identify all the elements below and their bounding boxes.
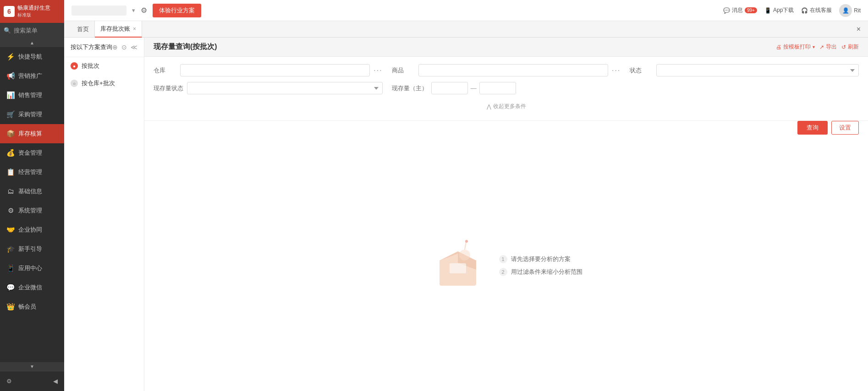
form-row-1: 仓库 ··· 商品 ··· 状态 — [154, 64, 859, 76]
topbar-right: 💬 消息 99+ 📱 App下载 🎧 在线客服 👤 Rit — [723, 4, 861, 17]
messages-btn[interactable]: 💬 消息 99+ — [723, 6, 757, 14]
qty-max-input[interactable] — [479, 82, 516, 94]
filter-panel-header: 按以下方案查询 ⊕ ⊙ ≪ — [64, 38, 144, 57]
avatar: 👤 — [839, 4, 852, 17]
sidebar-item-apps[interactable]: 📱 应用中心 — [0, 259, 64, 278]
sidebar-item-finance[interactable]: 💰 资金管理 — [0, 143, 64, 163]
query-btn[interactable]: 查询 — [797, 121, 828, 135]
sidebar-item-icon-quick-nav: ⚡ — [6, 53, 15, 61]
svg-line-6 — [465, 242, 466, 250]
page-title-actions: 🖨 按模板打印 ▾ ↗ 导出 ↺ 刷新 — [776, 43, 859, 51]
product-more-icon[interactable]: ··· — [612, 66, 621, 75]
add-filter-icon[interactable]: ⊕ — [112, 43, 118, 51]
sidebar-item-icon-member: 👑 — [6, 303, 15, 311]
page-title: 现存量查询(按批次) — [154, 42, 217, 52]
sidebar-item-newbie[interactable]: 🎓 新手引导 — [0, 239, 64, 259]
topbar-gear-icon[interactable]: ⚙ — [141, 6, 147, 15]
filter-item-by-warehouse-batch[interactable]: ○ 按仓库+批次 — [64, 75, 144, 92]
filter-collapse-icon[interactable]: ≪ — [131, 43, 137, 51]
filter-panel-actions: ⊕ ⊙ ≪ — [112, 43, 137, 51]
empty-state: 1 请先选择要分析的方案 2 用过滤条件来缩小分析范围 — [144, 140, 868, 391]
content-area: 现存量查询(按批次) 🖨 按模板打印 ▾ ↗ 导出 ↺ 刷新 — [144, 38, 868, 391]
settings-btn[interactable]: 设置 — [831, 121, 859, 135]
sidebar-item-member[interactable]: 👑 畅会员 — [0, 297, 64, 316]
sidebar-item-label-enterprise: 企业协同 — [18, 226, 42, 234]
export-btn[interactable]: ↗ 导出 — [819, 43, 837, 51]
tab-home-label: 首页 — [77, 25, 89, 33]
warehouse-more-icon[interactable]: ··· — [374, 66, 382, 75]
settings-icon[interactable]: ⚙ — [5, 376, 14, 386]
tab-close-icon[interactable]: × — [133, 26, 136, 32]
sidebar-item-basic[interactable]: 🗂 基础信息 — [0, 182, 64, 201]
sidebar-item-label-business: 经营管理 — [18, 168, 42, 176]
sidebar-item-label-finance: 资金管理 — [18, 149, 42, 157]
sidebar-item-label-marketing: 营销推广 — [18, 72, 42, 80]
sidebar-scroll-up[interactable]: ▲ — [0, 38, 64, 47]
sidebar-item-enterprise[interactable]: 🤝 企业协同 — [0, 220, 64, 239]
search-form: 仓库 ··· 商品 ··· 状态 — [144, 57, 868, 121]
try-industry-btn[interactable]: 体验行业方案 — [153, 4, 201, 17]
sidebar-item-icon-system: ⚙ — [6, 206, 15, 215]
messages-label: 消息 — [732, 6, 743, 14]
sidebar-item-wechat[interactable]: 💬 企业微信 — [0, 278, 64, 297]
sidebar-item-business[interactable]: 📋 经营管理 — [0, 163, 64, 182]
print-btn[interactable]: 🖨 按模板打印 ▾ — [776, 43, 815, 51]
topbar-search-input[interactable] — [71, 5, 126, 16]
print-chevron-icon: ▾ — [813, 44, 815, 49]
sidebar-header: 6 畅康通好生意 标准版 — [0, 0, 64, 23]
sidebar-item-label-newbie: 新手引导 — [18, 245, 42, 253]
sidebar-search-label: 搜索菜单 — [14, 27, 38, 35]
topbar-chevron-icon[interactable]: ▾ — [132, 7, 135, 14]
print-icon: 🖨 — [776, 44, 781, 50]
sidebar-search[interactable]: 🔍 搜索菜单 — [0, 23, 64, 38]
sidebar: 6 畅康通好生意 标准版 🔍 搜索菜单 ▲ ⚡ 快捷导航 📢 营销推广 📊 销售… — [0, 0, 64, 391]
sidebar-item-icon-marketing: 📢 — [6, 72, 15, 80]
product-input[interactable] — [418, 64, 608, 76]
sidebar-item-label-member: 畅会员 — [18, 303, 36, 311]
empty-illustration — [430, 238, 485, 294]
collapse-sidebar-icon[interactable]: ◀ — [51, 376, 60, 386]
online-service-label: 在线客服 — [810, 6, 832, 14]
filter-by-warehouse-batch-label: 按仓库+批次 — [82, 79, 115, 87]
sidebar-item-sales[interactable]: 📊 销售管理 — [0, 86, 64, 105]
tab-home[interactable]: 首页 — [71, 21, 95, 38]
app-download-btn[interactable]: 📱 App下载 — [764, 6, 794, 14]
message-icon: 💬 — [723, 7, 730, 14]
sidebar-item-marketing[interactable]: 📢 营销推广 — [0, 66, 64, 86]
empty-tips: 1 请先选择要分析的方案 2 用过滤条件来缩小分析范围 — [499, 255, 582, 276]
product-label: 商品 — [392, 66, 415, 75]
sidebar-item-icon-sales: 📊 — [6, 91, 15, 99]
sidebar-item-label-system: 系统管理 — [18, 206, 42, 215]
empty-tip-2: 2 用过滤条件来缩小分析范围 — [499, 268, 582, 276]
main-content: ▾ ⚙ 体验行业方案 💬 消息 99+ 📱 App下载 🎧 在线客服 👤 Rit — [64, 0, 868, 391]
sidebar-item-purchase[interactable]: 🛒 采购管理 — [0, 105, 64, 124]
sidebar-item-inventory[interactable]: 📦 库存核算 — [0, 124, 64, 143]
tab-batch-account[interactable]: 库存批次账 × — [95, 21, 142, 38]
print-label: 按模板打印 — [783, 43, 811, 51]
sidebar-scroll-down[interactable]: ▼ — [0, 362, 64, 371]
warehouse-input[interactable] — [180, 64, 370, 76]
sidebar-item-icon-business: 📋 — [6, 168, 15, 176]
qty-min-input[interactable] — [431, 82, 468, 94]
svg-point-7 — [465, 240, 468, 243]
qty-range-input: — — [431, 82, 516, 94]
tabs-close-all-icon[interactable]: × — [857, 25, 861, 33]
sidebar-item-label-sales: 销售管理 — [18, 91, 42, 99]
sidebar-item-icon-newbie: 🎓 — [6, 245, 15, 253]
sidebar-item-icon-finance: 💰 — [6, 149, 15, 157]
sidebar-item-system[interactable]: ⚙ 系统管理 — [0, 201, 64, 220]
filter-settings-icon[interactable]: ⊙ — [121, 43, 127, 51]
sidebar-item-label-basic: 基础信息 — [18, 187, 42, 196]
svg-point-5 — [459, 250, 470, 261]
filter-item-by-batch[interactable]: ● 按批次 — [64, 57, 144, 75]
collapse-conditions-btn[interactable]: ⋀ 收起更多条件 — [154, 100, 859, 113]
online-service-btn[interactable]: 🎧 在线客服 — [801, 6, 832, 14]
tabs-bar: 首页 库存批次账 × × — [64, 21, 868, 38]
sidebar-item-icon-wechat: 💬 — [6, 283, 15, 292]
user-menu[interactable]: 👤 Rit — [839, 4, 861, 17]
sidebar-item-quick-nav[interactable]: ⚡ 快捷导航 — [0, 47, 64, 66]
refresh-btn[interactable]: ↺ 刷新 — [841, 43, 859, 51]
status-select[interactable] — [656, 64, 859, 76]
sidebar-item-icon-purchase: 🛒 — [6, 110, 15, 119]
inventory-status-select[interactable] — [187, 82, 383, 94]
